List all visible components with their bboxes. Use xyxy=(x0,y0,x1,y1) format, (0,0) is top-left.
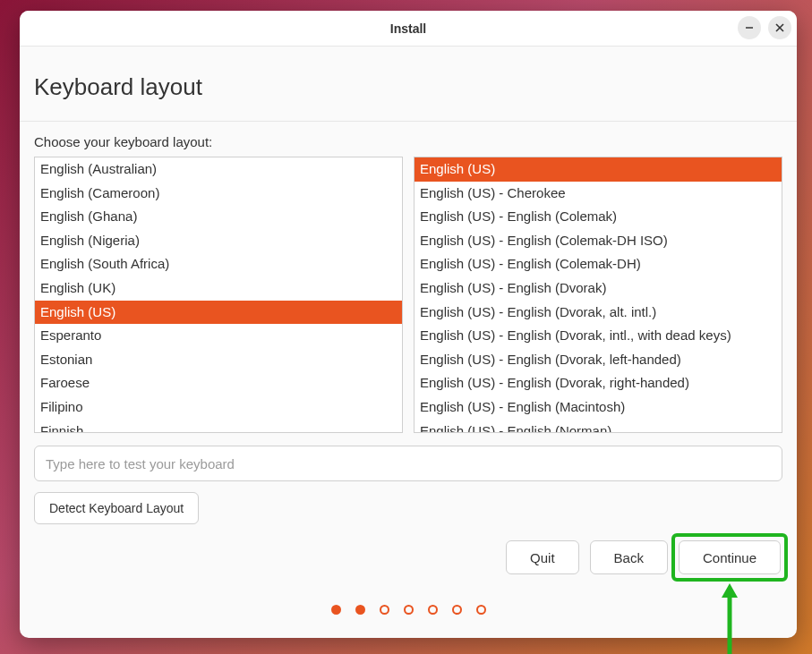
list-item[interactable]: English (US) - English (Dvorak, intl., w… xyxy=(415,324,782,348)
list-item[interactable]: Filipino xyxy=(35,395,402,420)
list-item[interactable]: English (US) - English (Macintosh) xyxy=(415,395,782,420)
list-item[interactable]: Finnish xyxy=(35,420,402,433)
list-item[interactable]: English (US) - English (Dvorak, left-han… xyxy=(415,348,782,372)
choose-label: Choose your keyboard layout: xyxy=(34,134,782,149)
list-item[interactable]: English (Cameroon) xyxy=(35,182,402,206)
progress-dot xyxy=(331,605,341,615)
list-item[interactable]: English (US) xyxy=(415,157,782,182)
progress-dot xyxy=(476,605,486,615)
page-title: Keyboard layout xyxy=(34,73,782,101)
keyboard-test-input[interactable] xyxy=(34,446,782,481)
detect-layout-button[interactable]: Detect Keyboard Layout xyxy=(34,492,199,524)
window-title: Install xyxy=(20,21,797,36)
list-item[interactable]: English (US) xyxy=(35,301,402,325)
list-item[interactable]: English (US) - Cherokee xyxy=(415,182,782,206)
progress-dot xyxy=(380,605,389,615)
list-item[interactable]: English (US) - English (Colemak-DH) xyxy=(415,252,782,276)
language-listbox[interactable]: English (Australian)English (Cameroon)En… xyxy=(34,157,403,433)
progress-dot xyxy=(355,605,365,615)
list-item[interactable]: English (UK) xyxy=(35,276,402,301)
quit-button[interactable]: Quit xyxy=(506,540,579,574)
back-button[interactable]: Back xyxy=(590,540,668,574)
progress-dots xyxy=(34,589,782,633)
progress-dot xyxy=(404,605,414,615)
titlebar: Install xyxy=(20,11,797,47)
list-item[interactable]: Estonian xyxy=(35,348,402,372)
progress-dot xyxy=(452,605,462,615)
content-area: Keyboard layout Choose your keyboard lay… xyxy=(20,47,797,638)
list-item[interactable]: Esperanto xyxy=(35,324,402,348)
list-item[interactable]: English (Nigeria) xyxy=(35,229,402,253)
divider xyxy=(20,121,797,122)
list-item[interactable]: English (Australian) xyxy=(35,157,402,182)
list-item[interactable]: English (US) - English (Colemak-DH ISO) xyxy=(415,229,782,253)
list-item[interactable]: English (Ghana) xyxy=(35,205,402,229)
list-item[interactable]: English (US) - English (Dvorak) xyxy=(415,276,782,301)
variant-listbox[interactable]: English (US)English (US) - CherokeeEngli… xyxy=(414,157,782,433)
continue-button[interactable]: Continue xyxy=(679,540,781,574)
close-button[interactable] xyxy=(768,16,791,39)
list-item[interactable]: English (South Africa) xyxy=(35,252,402,276)
list-item[interactable]: English (US) - English (Norman) xyxy=(415,420,782,433)
window-controls xyxy=(738,16,791,39)
list-item[interactable]: English (US) - English (Colemak) xyxy=(415,205,782,229)
list-item[interactable]: Faroese xyxy=(35,371,402,395)
installer-window: Install Keyboard layout Choose your keyb… xyxy=(20,11,797,638)
list-item[interactable]: English (US) - English (Dvorak, alt. int… xyxy=(415,301,782,325)
list-item[interactable]: English (US) - English (Dvorak, right-ha… xyxy=(415,371,782,395)
layout-lists: English (Australian)English (Cameroon)En… xyxy=(34,157,782,433)
nav-buttons: Quit Back Continue xyxy=(34,540,782,574)
progress-dot xyxy=(428,605,438,615)
minimize-button[interactable] xyxy=(738,16,761,39)
